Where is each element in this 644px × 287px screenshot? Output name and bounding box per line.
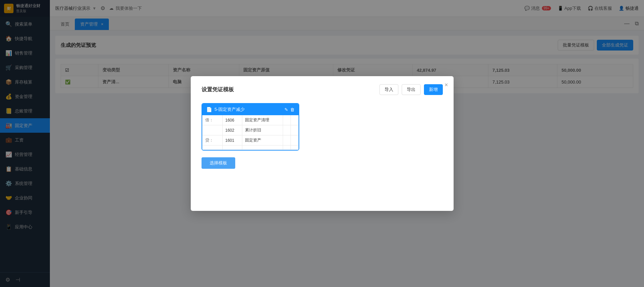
template-row: 贷： 1601 固定资产 [202,135,298,146]
template-row: 借： 1606 固定资产清理 [202,115,298,125]
modal-action-buttons: 导入 导出 新增 [379,84,443,95]
template-card: 📄 5-固定资产减少 ✎ 🗑 借： 1606 固定资产清理 1602 累计折旧 [202,103,299,151]
row-col3 [283,125,290,135]
modal-header: 设置凭证模板 导入 导出 新增 [202,84,443,95]
template-doc-icon: 📄 [206,107,212,112]
template-card-header: 📄 5-固定资产减少 ✎ 🗑 [202,104,299,115]
row-col3 [283,146,290,150]
template-card-title: 5-固定资产减少 [215,106,282,113]
row-type [202,146,222,150]
row-account [242,146,283,150]
export-button[interactable]: 导出 [402,84,421,95]
row-account: 累计折旧 [242,125,283,135]
row-type: 借： [202,115,222,125]
template-card-body: 借： 1606 固定资产清理 1602 累计折旧 贷： 1601 固定资产 [202,115,299,150]
import-button[interactable]: 导入 [379,84,398,95]
row-col4 [290,146,298,150]
modal-overlay[interactable]: × 设置凭证模板 导入 导出 新增 📄 5-固定资产减少 ✎ 🗑 [0,0,644,287]
row-col4 [290,125,298,135]
row-account: 固定资产清理 [242,115,283,125]
modal-title: 设置凭证模板 [202,86,234,93]
row-type: 贷： [202,135,222,146]
row-col4 [290,135,298,146]
modal-close-button[interactable]: × [444,82,448,89]
new-button[interactable]: 新增 [424,84,443,95]
template-delete-icon[interactable]: 🗑 [290,107,295,112]
row-code: 1602 [222,125,242,135]
modal-dialog: × 设置凭证模板 导入 导出 新增 📄 5-固定资产减少 ✎ 🗑 [191,76,454,211]
select-template-button[interactable]: 选择模板 [202,157,235,169]
template-table: 借： 1606 固定资产清理 1602 累计折旧 贷： 1601 固定资产 [202,115,299,150]
row-col3 [283,115,290,125]
row-code: 1601 [222,135,242,146]
row-account: 固定资产 [242,135,283,146]
template-edit-icon[interactable]: ✎ [284,107,288,112]
template-row: 1602 累计折旧 [202,125,298,135]
row-code [222,146,242,150]
row-code: 1606 [222,115,242,125]
row-type [202,125,222,135]
template-card-actions: ✎ 🗑 [284,107,295,112]
template-row [202,146,298,150]
row-col4 [290,115,298,125]
row-col3 [283,135,290,146]
